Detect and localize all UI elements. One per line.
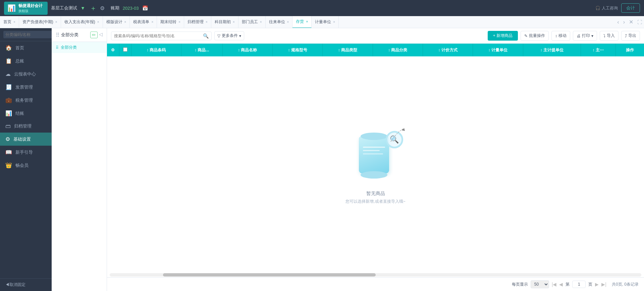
tab-----[interactable]: 往来单位×	[266, 16, 293, 28]
sidebar-item-云报表中心[interactable]: ☁云报表中心	[0, 67, 52, 81]
batch-button[interactable]: ✎ 批量操作	[521, 31, 549, 41]
tab-close-all[interactable]: ✕	[627, 19, 635, 25]
nav-icon: ☁	[5, 71, 11, 77]
settings-icon[interactable]: ⚙	[100, 5, 105, 11]
print-button[interactable]: 🖨 打印 ▾	[573, 31, 597, 41]
sidebar-search-area: 🔍	[0, 28, 52, 41]
tab-close-btn[interactable]: ×	[333, 20, 335, 24]
logo-text: 畅捷通好会计	[18, 3, 43, 9]
page-input[interactable]	[572, 281, 586, 288]
tab-close-btn[interactable]: ×	[287, 20, 289, 24]
main-layout: 🔍 🏠首页📋总账☁云报表中心🧾发票管理💼税务管理📊结账🗃归档管理⚙基础设置📖新手…	[0, 28, 644, 291]
print-icon: 🖨	[577, 34, 581, 38]
col-action: 操作	[615, 44, 644, 56]
sidebar-item-总账[interactable]: 📋总账	[0, 54, 52, 67]
col-category: ↕ 商品分类	[373, 44, 423, 56]
page-total: 共0页, 0条记录	[612, 282, 639, 287]
sidebar-item-归档管理[interactable]: 🗃归档管理	[0, 120, 52, 133]
nav-icon: 👑	[5, 162, 12, 168]
tab-----[interactable]: 计量单位×	[312, 16, 339, 28]
sidebar-item-首页[interactable]: 🏠首页	[0, 41, 52, 54]
tab-close-btn[interactable]: ×	[13, 20, 15, 24]
move-button[interactable]: ↕ 移动	[551, 31, 570, 41]
hash-icon: ⠿	[56, 32, 60, 38]
arrow-illustration	[387, 125, 408, 145]
export-button[interactable]: ⤴ 导出	[621, 31, 640, 41]
tab---[interactable]: 首页×	[0, 16, 19, 28]
tab-----[interactable]: 归档管理×	[184, 16, 211, 28]
help-icon: 🎧	[595, 6, 600, 10]
per-page-select[interactable]: 20 50 100 200	[531, 280, 549, 288]
category-collapse-icon[interactable]: ◁	[99, 32, 103, 38]
tab-----[interactable]: 模版设计×	[103, 16, 130, 28]
sidebar-nav: 🏠首页📋总账☁云报表中心🧾发票管理💼税务管理📊结账🗃归档管理⚙基础设置📖新手引导…	[0, 41, 52, 278]
tab-----[interactable]: 部门员工×	[238, 16, 266, 28]
col-barcode: ↕ 商品条码	[131, 44, 181, 56]
category-title: 全部分类	[61, 32, 90, 38]
company-dropdown-icon[interactable]: ▼	[80, 5, 85, 11]
tab-close-btn[interactable]: ×	[260, 20, 262, 24]
horizontal-scrollbar[interactable]	[110, 273, 641, 277]
search-icon[interactable]: 🔍	[203, 33, 209, 39]
sidebar-item-畅会员[interactable]: 👑畅会员	[0, 159, 52, 172]
help-button[interactable]: 🎧 人工咨询	[595, 5, 618, 11]
tab-close-btn[interactable]: ×	[124, 20, 126, 24]
header: 📊 畅捷通好会计 旗舰版 基层工会测试 ▼ ＋ ⚙ 账期 2023-03 📅 🎧…	[0, 0, 644, 16]
sidebar-item-基础设置[interactable]: ⚙基础设置	[0, 133, 52, 146]
sidebar-item-税务管理[interactable]: 💼税务管理	[0, 94, 52, 107]
col-settings[interactable]: ⚙	[107, 44, 119, 56]
sidebar-item-新手引导[interactable]: 📖新手引导	[0, 146, 52, 159]
page-first-btn[interactable]: |◀	[552, 282, 557, 287]
tab---[interactable]: 存货×	[292, 16, 312, 28]
tab-----[interactable]: 科目期初×	[211, 16, 238, 28]
scrollbar-thumb[interactable]	[163, 273, 376, 277]
tab-close-btn[interactable]: ×	[151, 20, 153, 24]
page-next-btn[interactable]: ▶	[595, 282, 599, 287]
nav-icon: 🗃	[5, 123, 11, 129]
empty-title: 暂无商品	[366, 191, 385, 197]
select-all-checkbox[interactable]	[123, 47, 127, 52]
add-tab-button[interactable]: ＋	[90, 4, 97, 13]
table-header-row: ⚙ ↕ 商品条码 ↕ 商品... ↕ 商品名称 ↕ 规格型号 ↕ 商品类型 ↕ …	[107, 44, 644, 56]
sidebar-item-发票管理[interactable]: 🧾发票管理	[0, 81, 52, 94]
search-input[interactable]	[114, 34, 201, 38]
tab-close-btn[interactable]: ×	[97, 20, 99, 24]
content-area: ⠿ 全部分类 ✏ ◁ ⠿ 全部分类 🔍	[52, 28, 644, 291]
sidebar-search-input[interactable]	[3, 31, 58, 38]
tab-----[interactable]: 税表清单×	[130, 16, 157, 28]
tab-nav-left[interactable]: ‹	[615, 19, 621, 25]
tab-close-btn[interactable]: ×	[306, 20, 308, 23]
tab-close-btn[interactable]: ×	[233, 20, 235, 24]
col-name: ↕ 商品名称	[222, 44, 272, 56]
empty-state: 🔍 暂无商品 您可以选择新增,或者直接导入哦~	[107, 56, 644, 273]
search-box: 🔍	[111, 32, 212, 40]
grid-icon: ⠿	[56, 45, 59, 50]
cancel-fixed-button[interactable]: ◀取消固定	[0, 278, 52, 291]
tab-nav-right[interactable]: ›	[621, 19, 627, 25]
import-button[interactable]: ⤵ 导入	[600, 31, 619, 41]
category-all-item[interactable]: ⠿ 全部分类	[52, 42, 107, 53]
tab----------[interactable]: 收入支出表(年报)×	[61, 16, 103, 28]
calendar-icon[interactable]: 📅	[142, 5, 148, 11]
sidebar-item-结账[interactable]: 📊结账	[0, 107, 52, 120]
tab----------[interactable]: 资产负债表(中期)×	[19, 16, 61, 28]
nav-icon: ⚙	[5, 136, 10, 142]
tab-expand[interactable]: ⛶	[635, 19, 644, 25]
tab-close-btn[interactable]: ×	[55, 20, 57, 24]
period-label: 账期	[111, 5, 119, 11]
page-prev-btn[interactable]: ◀	[559, 282, 563, 287]
per-page-label: 每页显示	[512, 282, 528, 287]
account-button[interactable]: 会计	[621, 3, 640, 13]
col-unit: ↕ 计量单位	[473, 44, 523, 56]
sidebar: 🔍 🏠首页📋总账☁云报表中心🧾发票管理💼税务管理📊结账🗃归档管理⚙基础设置📖新手…	[0, 28, 52, 291]
add-product-button[interactable]: + 新增商品	[488, 31, 518, 41]
category-edit-icon[interactable]: ✏	[90, 32, 98, 38]
tab-----[interactable]: 期末结转×	[157, 16, 184, 28]
tab-close-btn[interactable]: ×	[206, 20, 208, 24]
col-main-extra: ↕ 主⋯	[581, 44, 615, 56]
export-icon: ⤴	[625, 34, 627, 38]
col-checkbox[interactable]	[119, 44, 131, 56]
filter-button[interactable]: ▽ 更多条件 ▾	[214, 31, 244, 40]
page-last-btn[interactable]: ▶|	[601, 282, 606, 287]
tab-close-btn[interactable]: ×	[178, 20, 180, 24]
